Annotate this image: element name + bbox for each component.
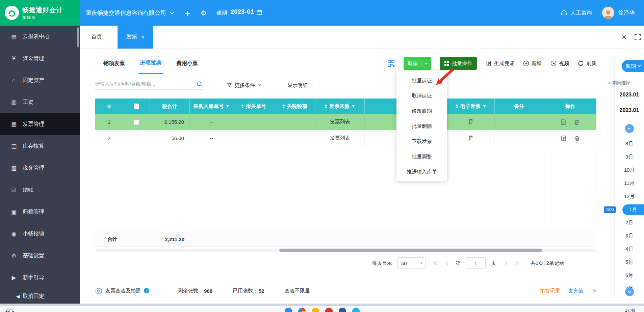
col-e-invoice[interactable]: 电子发票 bbox=[460, 103, 481, 110]
support-button[interactable]: 人工咨询 bbox=[561, 9, 592, 17]
fetch-dropdown-caret[interactable] bbox=[421, 61, 427, 66]
tab-invoice[interactable]: 发票 × bbox=[118, 26, 153, 49]
tab-close-icon[interactable]: × bbox=[141, 34, 144, 40]
close-all-icon[interactable]: × bbox=[622, 32, 626, 42]
search-input[interactable] bbox=[95, 81, 190, 87]
weather-widget[interactable]: 25°C bbox=[5, 308, 15, 312]
next-page-icon[interactable] bbox=[504, 260, 509, 266]
fee-record-link[interactable]: 扣费记录 bbox=[540, 288, 560, 294]
taskbar-app-icon[interactable] bbox=[325, 308, 333, 312]
row-checkbox[interactable] bbox=[134, 136, 139, 141]
menu-item-batch-adjust[interactable]: 批量调整 bbox=[396, 149, 447, 164]
tab-purchase-invoice[interactable]: 进项发票 bbox=[138, 53, 163, 74]
taskbar-app-icon[interactable] bbox=[298, 308, 306, 312]
sidebar-item-archive[interactable]: ▣归档管理 bbox=[0, 201, 80, 223]
filter-funnel-icon[interactable] bbox=[352, 105, 355, 108]
period-button[interactable]: 账期 bbox=[622, 60, 644, 72]
month-item[interactable]: 2月 bbox=[615, 216, 644, 229]
column-settings-icon[interactable]: ⚙ bbox=[107, 103, 111, 110]
search-icon[interactable] bbox=[197, 81, 203, 87]
menu-item-modify-period[interactable]: 修改账期 bbox=[396, 103, 447, 118]
sidebar-item-guide[interactable]: ▶新手引导 bbox=[0, 267, 80, 289]
add-new-button[interactable]: 新增 bbox=[523, 60, 542, 67]
sort-icon[interactable] bbox=[456, 104, 458, 108]
col-purchase-no[interactable]: 采购入库单号 bbox=[194, 103, 224, 110]
month-item[interactable]: 4月 bbox=[615, 243, 644, 256]
view-voucher-icon[interactable] bbox=[560, 119, 566, 125]
prev-page-icon[interactable] bbox=[445, 260, 450, 266]
delete-trash-icon[interactable] bbox=[574, 119, 580, 125]
close-bar-icon[interactable]: × bbox=[593, 287, 597, 295]
menu-item-push-inbound[interactable]: 推进项入库单 bbox=[396, 164, 447, 179]
sidebar-scrollbar[interactable] bbox=[77, 27, 79, 47]
period-end[interactable]: 2023.01 bbox=[615, 107, 644, 113]
taskbar-app-icon[interactable] bbox=[285, 308, 292, 312]
recharge-link[interactable]: 去充值 bbox=[568, 288, 583, 294]
menu-item-batch-certify[interactable]: 批量认证 bbox=[396, 73, 447, 88]
period-selector[interactable]: 2023-01 bbox=[231, 8, 263, 17]
fetch-invoice-button[interactable]: 取票 bbox=[404, 57, 431, 70]
table-row[interactable]: 1 2,155.20 -- 发票列表 是 bbox=[95, 114, 596, 130]
sort-icon[interactable] bbox=[282, 104, 285, 108]
info-icon[interactable]: i bbox=[144, 288, 149, 293]
unpin-sidebar-button[interactable]: ◀取消固定 bbox=[0, 289, 80, 304]
month-item[interactable]: 11月 bbox=[615, 177, 644, 190]
scroll-months-down-button[interactable] bbox=[625, 287, 634, 296]
more-conditions-button[interactable]: 更多条件 bbox=[227, 82, 260, 89]
company-selector[interactable]: 重庆畅捷交通信息咨询有限公司 bbox=[86, 9, 173, 17]
sidebar-item-settings[interactable]: ⚙基础设置 bbox=[0, 245, 80, 267]
show-detail-checkbox[interactable] bbox=[279, 83, 284, 88]
month-item[interactable]: 9月 bbox=[615, 150, 644, 164]
per-page-select[interactable]: 50 ▾ bbox=[397, 257, 426, 269]
row-checkbox[interactable] bbox=[134, 119, 139, 125]
taskbar-app-icon[interactable] bbox=[339, 308, 346, 312]
month-item[interactable]: 3月 bbox=[615, 229, 644, 243]
scroll-months-up-button[interactable] bbox=[625, 124, 634, 133]
sidebar-item-salary[interactable]: ▥工资 bbox=[0, 91, 80, 113]
sort-icon[interactable] bbox=[241, 104, 244, 108]
filter-funnel-icon[interactable] bbox=[226, 105, 230, 108]
collapse-panel-icon[interactable]: » bbox=[607, 80, 610, 86]
refresh-button[interactable]: 刷新 bbox=[578, 60, 596, 67]
last-page-icon[interactable] bbox=[515, 260, 520, 266]
menu-item-batch-delete[interactable]: 批量删除 bbox=[396, 118, 447, 134]
col-source[interactable]: 发票来源 bbox=[329, 103, 350, 110]
filter-funnel-icon[interactable] bbox=[483, 105, 486, 108]
sidebar-item-inventory[interactable]: ◫库存核算 bbox=[0, 135, 80, 157]
menu-item-download-invoice[interactable]: 下载发票 bbox=[396, 134, 447, 149]
user-name[interactable]: 徐泽华 bbox=[618, 9, 635, 17]
sidebar-item-tax[interactable]: ▧税务管理 bbox=[0, 157, 80, 179]
tab-expense-ticket[interactable]: 费用小票 bbox=[175, 53, 199, 74]
qr-scan-icon[interactable] bbox=[387, 60, 395, 67]
show-detail-toggle[interactable]: 显示明细 bbox=[279, 82, 308, 89]
settings-gear-icon[interactable]: ⚙ bbox=[201, 9, 207, 17]
menu-item-cancel-certify[interactable]: 取消认证 bbox=[396, 88, 447, 103]
col-customs-no[interactable]: 报关单号 bbox=[246, 103, 266, 110]
scrollbar-thumb[interactable] bbox=[279, 249, 542, 252]
period-start[interactable]: 2023.01 bbox=[615, 92, 644, 98]
horizontal-scrollbar[interactable] bbox=[95, 249, 596, 252]
batch-operations-button[interactable]: 批量操作 bbox=[440, 57, 477, 70]
generate-voucher-button[interactable]: 生成凭证 bbox=[486, 60, 514, 67]
select-all-checkbox[interactable] bbox=[134, 104, 139, 109]
page-input[interactable] bbox=[466, 257, 486, 269]
sidebar-item-reimburse[interactable]: ◉小畅报销 bbox=[0, 223, 80, 245]
first-page-icon[interactable] bbox=[433, 260, 439, 266]
table-row[interactable]: 2 56.00 -- 发票列表 是 bbox=[95, 130, 596, 146]
sidebar-item-fixed-assets[interactable]: ⌂固定资产 bbox=[0, 69, 80, 91]
month-item[interactable]: 8月 bbox=[615, 137, 644, 150]
taskbar-app-icon[interactable] bbox=[352, 308, 360, 312]
fullscreen-icon[interactable] bbox=[635, 34, 641, 40]
sidebar-item-funds[interactable]: ¥资金管理 bbox=[0, 48, 80, 69]
month-item[interactable]: 12月 bbox=[615, 190, 644, 203]
tab-home[interactable]: 首页 bbox=[91, 33, 102, 40]
clock[interactable]: 17:49 bbox=[625, 308, 635, 312]
col-tax-total[interactable]: 税合计 bbox=[162, 103, 177, 110]
avatar[interactable] bbox=[602, 7, 614, 19]
month-item[interactable]: 10月 bbox=[615, 164, 644, 177]
video-help-button[interactable]: 视频 bbox=[550, 60, 569, 67]
view-voucher-icon[interactable] bbox=[561, 135, 567, 141]
add-icon[interactable]: ＋ bbox=[183, 8, 192, 17]
delete-trash-icon[interactable] bbox=[574, 135, 580, 141]
month-item[interactable]: 6月 bbox=[615, 269, 644, 282]
